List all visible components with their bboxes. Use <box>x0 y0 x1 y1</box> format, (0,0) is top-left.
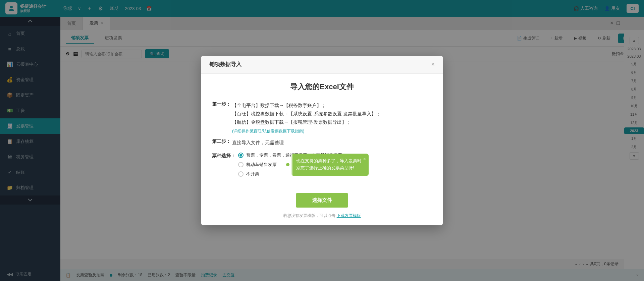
tooltip-text: 现在支持的票种多了，导入发票时别忘了选择正确的发票类型呀! <box>296 158 362 170</box>
step1-guide-link[interactable]: (详细操作见百旺/航信发票数据下载指南) <box>232 129 304 133</box>
step1-line1: 【全电平台】数据下载→【税务数字账户】； <box>232 101 381 110</box>
step1-content: 【全电平台】数据下载→【税务数字账户】； 【百旺】税控盘数据下载→【系统设置-系… <box>232 101 381 135</box>
step1-line3: 【航信】金税盘数据下载→【报税管理-发票数据导出】； <box>232 118 381 126</box>
select-file-button[interactable]: 选择文件 <box>296 193 348 208</box>
dialog-body: 导入您的Excel文件 第一步： 【全电平台】数据下载→【税务数字账户】； 【百… <box>201 74 443 188</box>
ticket-select-section: 票种选择： 普票，专票，卷票，通行费发票，农产品销售发票 机动车销售发票 <box>212 152 432 177</box>
tooltip-dot-indicator <box>286 163 289 166</box>
ticket-option-label: 不开票 <box>246 171 259 177</box>
tooltip-close-icon[interactable]: × <box>363 155 366 163</box>
ticket-options: 普票，专票，卷票，通行费发票，农产品销售发票 机动车销售发票 × 现在支持 <box>238 152 342 177</box>
dialog-title: 销项数据导入 <box>209 61 241 68</box>
step1-line2: 【百旺】税控盘数据下载→【系统设置-系统参数设置-发票批量导入】； <box>232 110 381 118</box>
step2-row: 第二步： 直接导入文件，无需整理 <box>212 138 432 147</box>
ticket-option-label: 机动车销售发票 <box>246 162 277 168</box>
tooltip-bar <box>291 154 292 176</box>
import-dialog: 销项数据导入 × 导入您的Excel文件 第一步： 【全电平台】数据下载→【税务… <box>201 56 443 225</box>
dialog-footer: 选择文件 若您没有发票模版，可以点击 下载发票模版 <box>201 188 443 225</box>
radio-circle-normal <box>238 153 244 158</box>
radio-circle-motor <box>238 162 244 167</box>
download-template-link[interactable]: 下载发票模版 <box>337 213 361 218</box>
footer-hint: 若您没有发票模版，可以点击 下载发票模版 <box>209 213 435 219</box>
ticket-option-motor[interactable]: 机动车销售发票 × 现在支持的票种多了，导入发票时别忘了选择正确的发票类型呀! <box>238 162 342 168</box>
dialog-header: 销项数据导入 × <box>201 56 443 74</box>
step2-label: 第二步： <box>212 138 232 147</box>
step1-label: 第一步： <box>212 101 232 135</box>
radio-circle-no-invoice <box>238 171 244 177</box>
ticket-select-label: 票种选择： <box>212 152 235 159</box>
radio-dot-normal <box>239 154 242 157</box>
dialog-overlay: 销项数据导入 × 导入您的Excel文件 第一步： 【全电平台】数据下载→【税务… <box>0 0 644 281</box>
tooltip-bubble: × 现在支持的票种多了，导入发票时别忘了选择正确的发票类型呀! <box>291 154 369 176</box>
step2-text: 直接导入文件，无需整理 <box>232 138 284 147</box>
step1-row: 第一步： 【全电平台】数据下载→【税务数字账户】； 【百旺】税控盘数据下载→【系… <box>212 101 432 135</box>
dialog-close-button[interactable]: × <box>431 61 435 68</box>
tooltip-anchor: × 现在支持的票种多了，导入发票时别忘了选择正确的发票类型呀! <box>279 163 289 166</box>
dialog-big-title: 导入您的Excel文件 <box>212 82 432 92</box>
